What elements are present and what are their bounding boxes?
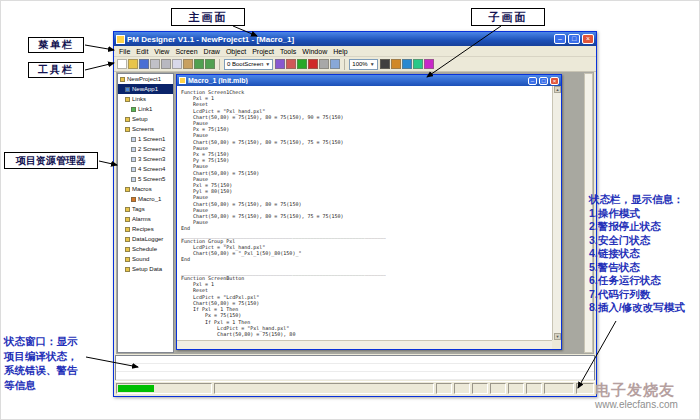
toolbar-icon[interactable] — [150, 59, 160, 69]
toolbar-icon[interactable] — [117, 59, 127, 69]
child-maximize-button[interactable]: □ — [539, 77, 548, 85]
tree-item[interactable]: 4 Screen4 — [118, 164, 173, 174]
scroll-down-icon[interactable]: ▼ — [554, 333, 561, 340]
menu-item[interactable]: Window — [302, 48, 327, 55]
toolbar-icon[interactable] — [128, 59, 138, 69]
tree-item-icon — [125, 237, 130, 242]
toolbar-icon[interactable] — [402, 59, 412, 69]
vertical-scrollbar[interactable]: ▲ ▼ — [552, 86, 561, 340]
watermark: 电子发烧友 www.elecfans.com — [595, 382, 678, 410]
tree-item[interactable]: Recipes — [118, 224, 173, 234]
menu-bar: FileEditViewScreenDrawObjectProjectTools… — [114, 46, 596, 57]
tree-item-label: DataLogger — [132, 236, 163, 242]
tree-item[interactable]: Link1 — [118, 104, 173, 114]
statusbar-cell-operate-mode — [436, 383, 452, 394]
app-titlebar[interactable]: PM Designer V1.1 - NewProject1 - [Macro_… — [114, 32, 596, 46]
close-button[interactable]: × — [582, 34, 594, 44]
code-listing: Function Screen1Check Pxl = 1 Reset LcdP… — [177, 86, 552, 340]
note-line: 1.操作模式 — [589, 207, 699, 221]
tree-item[interactable]: 3 Screen3 — [118, 154, 173, 164]
toolbar-icon[interactable] — [424, 59, 434, 69]
menu-item[interactable]: Project — [252, 48, 274, 55]
minimize-button[interactable]: – — [554, 34, 566, 44]
tree-item-icon — [125, 207, 130, 212]
tree-item[interactable]: DataLogger — [118, 234, 173, 244]
tree-item-label: NewApp1 — [132, 86, 158, 92]
tree-item[interactable]: 1 Screen1 — [118, 134, 173, 144]
toolbar-icon[interactable] — [286, 59, 296, 69]
statusbar-cell-alarm-stop — [454, 383, 470, 394]
tree-item[interactable]: 5 Screen5 — [118, 174, 173, 184]
macro-editor-window: Macro_1 (Init.mlb) – □ × Function Screen… — [176, 74, 562, 350]
annotated-screenshot: PM Designer V1.1 - NewProject1 - [Macro_… — [0, 0, 700, 420]
tree-item[interactable]: Schedule — [118, 244, 173, 254]
toolbar-icon[interactable] — [297, 59, 307, 69]
menu-item[interactable]: Object — [226, 48, 246, 55]
toolbar-icon[interactable] — [172, 59, 182, 69]
tree-item[interactable]: Setup — [118, 114, 173, 124]
statusbar-cell-safety-gate — [472, 383, 488, 394]
menu-item[interactable]: Draw — [204, 48, 220, 55]
statusbar-cell-row-col — [544, 383, 574, 394]
tree-item[interactable]: Alarms — [118, 214, 173, 224]
tree-item[interactable]: Tags — [118, 204, 173, 214]
tree-item-label: 2 Screen2 — [138, 146, 165, 152]
tree-item[interactable]: Macros — [118, 184, 173, 194]
toolbar-icon[interactable] — [330, 59, 340, 69]
tree-item[interactable]: Links — [118, 94, 173, 104]
tree-item-icon — [120, 77, 125, 82]
horizontal-scrollbar[interactable] — [177, 340, 552, 349]
statusbar-progress — [116, 383, 212, 394]
toolbar-icon[interactable] — [194, 59, 204, 69]
toolbar-icon[interactable] — [183, 59, 193, 69]
tree-item[interactable]: Sound — [118, 254, 173, 264]
screen-select-combo[interactable]: 0 BootScreen ▼ — [224, 59, 273, 70]
output-row — [116, 364, 594, 372]
menu-item[interactable]: View — [154, 48, 169, 55]
tree-item[interactable]: 2 Screen2 — [118, 144, 173, 154]
statusbar-message — [214, 383, 434, 394]
toolbar-icon[interactable] — [161, 59, 171, 69]
menu-item[interactable]: File — [119, 48, 130, 55]
tree-item[interactable]: Screens — [118, 124, 173, 134]
child-close-button[interactable]: × — [550, 77, 559, 85]
code-line: Chart(50,80) = 75(150), 80 — [181, 331, 548, 337]
toolbar-icon[interactable] — [413, 59, 423, 69]
code-editor[interactable]: Function Screen1Check Pxl = 1 Reset LcdP… — [177, 86, 552, 340]
menu-item[interactable]: Screen — [175, 48, 197, 55]
menu-item[interactable]: Edit — [136, 48, 148, 55]
status-output-window[interactable] — [115, 355, 595, 380]
maximize-button[interactable]: □ — [568, 34, 580, 44]
menu-item[interactable]: Help — [333, 48, 347, 55]
tree-item[interactable]: NewApp1 — [118, 84, 173, 94]
tree-item-icon — [125, 227, 130, 232]
tree-item-icon — [125, 187, 130, 192]
tree-item-label: Macros — [132, 186, 152, 192]
statusbar-cell-warning — [508, 383, 524, 394]
menu-item[interactable]: Tools — [280, 48, 296, 55]
toolbar: 0 BootScreen ▼ 100% ▼ — [114, 57, 596, 72]
tree-item-icon — [131, 167, 136, 172]
child-minimize-button[interactable]: – — [528, 77, 537, 85]
arrow-toolbar — [85, 63, 114, 70]
toolbar-icon[interactable] — [139, 59, 149, 69]
zoom-combo[interactable]: 100% ▼ — [349, 59, 377, 70]
tree-item-label: NewProject1 — [127, 76, 161, 82]
toolbar-icon[interactable] — [308, 59, 318, 69]
toolbar-icon[interactable] — [205, 59, 215, 69]
statusbar-cell-insert-mode — [576, 383, 594, 394]
toolbar-icon[interactable] — [391, 59, 401, 69]
tree-item[interactable]: Setup Data — [118, 264, 173, 274]
tree-item[interactable]: Macro_1 — [118, 194, 173, 204]
app-title: PM Designer V1.1 - NewProject1 - [Macro_… — [127, 35, 552, 44]
toolbar-icon[interactable] — [380, 59, 390, 69]
toolbar-icon[interactable] — [275, 59, 285, 69]
scroll-up-icon[interactable]: ▲ — [554, 86, 561, 93]
callout-toolbar: 工具栏 — [28, 62, 84, 78]
macro-window-titlebar[interactable]: Macro_1 (Init.mlb) – □ × — [177, 75, 561, 86]
status-window-note: 状态窗口：显示项目编译状态，系统错误、警告等信息 — [4, 334, 102, 392]
toolbar-icon[interactable] — [319, 59, 329, 69]
tree-item-icon — [131, 197, 136, 202]
tree-item[interactable]: NewProject1 — [118, 74, 173, 84]
note-line: 系统错误、警告 — [4, 363, 102, 378]
